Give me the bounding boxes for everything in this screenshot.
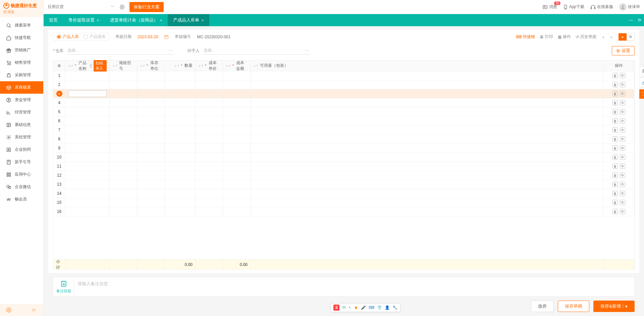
cell-amount[interactable] [223, 189, 251, 198]
cell-amount[interactable] [223, 117, 251, 125]
row-copy-button[interactable]: ⧉ [620, 82, 625, 87]
row-delete-button[interactable]: 🗑 [612, 173, 618, 178]
col-qty[interactable]: ▲▼ * 数量 [165, 60, 196, 71]
handler-select[interactable]: 选择... ⋯ [203, 47, 310, 55]
cell-qty[interactable] [165, 189, 196, 198]
sidebar-item-apps[interactable]: 应用中心 [0, 168, 43, 181]
cell-unit[interactable] [137, 71, 165, 80]
cell-price[interactable] [196, 80, 223, 89]
table-row[interactable]: 11🗑⧉ [53, 162, 634, 171]
store-selector[interactable]: 日用百货 ﹀ [48, 4, 115, 10]
cell-unit[interactable] [137, 135, 165, 143]
cell-qty[interactable] [165, 171, 196, 180]
cell-qty[interactable] [165, 98, 196, 107]
cell-price[interactable] [196, 144, 223, 152]
cell-unit[interactable] [137, 207, 165, 216]
row-copy-button[interactable]: ⧉ [620, 154, 625, 160]
cell-product-name[interactable] [65, 80, 110, 89]
app-download-button[interactable]: App下载 [563, 4, 584, 10]
row-delete-button[interactable]: 🗑 [612, 91, 618, 96]
row-copy-button[interactable]: ⧉ [620, 91, 625, 96]
product-name-input[interactable] [68, 90, 107, 97]
cell-price[interactable] [196, 126, 223, 134]
warehouse-select[interactable]: 选择... ⋯ [67, 47, 174, 55]
sidebar-item-gift[interactable]: 营销推广 [0, 44, 43, 56]
row-copy-button[interactable]: ⧉ [620, 100, 625, 105]
row-delete-button[interactable]: 🗑 [612, 164, 618, 169]
row-delete-button[interactable]: 🗑 [612, 118, 618, 124]
cell-price[interactable] [196, 107, 223, 116]
cell-spec[interactable] [110, 117, 137, 125]
cell-qty[interactable] [165, 126, 196, 134]
sidebar-item-guide[interactable]: 新手引导 [0, 156, 43, 168]
cell-unit[interactable] [137, 144, 165, 152]
cell-spec[interactable] [110, 153, 137, 162]
settings-icon[interactable] [6, 307, 11, 313]
sidebar-item-search[interactable]: 搜索菜单 [0, 19, 43, 32]
cell-product-name[interactable] [65, 162, 110, 171]
col-unit[interactable]: ▲▼ * 库存单位 [137, 60, 165, 71]
tabstrip-refresh-button[interactable]: ⟳ [635, 14, 644, 26]
row-copy-button[interactable]: ⧉ [620, 73, 625, 78]
cell-unit[interactable] [137, 80, 165, 89]
row-copy-button[interactable]: ⧉ [620, 182, 625, 187]
help-icon[interactable]: ? [90, 64, 92, 68]
cell-spec[interactable] [110, 89, 137, 98]
row-delete-button[interactable]: 🗑 [612, 73, 618, 78]
cell-unit[interactable] [137, 171, 165, 180]
col-product-name[interactable]: ▲▼ * 产品名称 ? 扫码录入 [65, 60, 110, 71]
cell-unit[interactable] [137, 89, 165, 98]
scan-entry-button[interactable]: 扫码录入 [94, 60, 107, 72]
cell-avail[interactable] [251, 171, 603, 180]
cell-spec[interactable] [110, 71, 137, 80]
cell-spec[interactable] [110, 171, 137, 180]
cell-unit[interactable] [137, 126, 165, 134]
cell-qty[interactable] [165, 135, 196, 143]
table-row[interactable]: 4🗑⧉ [53, 98, 634, 107]
row-copy-button[interactable]: ⧉ [620, 209, 625, 214]
cell-amount[interactable] [223, 171, 251, 180]
sidebar-item-vip[interactable]: 畅会员 [0, 193, 43, 206]
online-service-button[interactable]: 在线客服 [590, 4, 613, 10]
row-copy-button[interactable]: ⧉ [620, 173, 625, 178]
cell-spec[interactable] [110, 135, 137, 143]
sidebar-item-wechat[interactable]: 企业微信 [0, 181, 43, 193]
cell-avail[interactable] [251, 89, 603, 98]
cell-avail[interactable] [251, 71, 603, 80]
cell-amount[interactable] [223, 180, 251, 189]
radio-product-in[interactable]: 产品入库 [57, 34, 79, 40]
cell-amount[interactable] [223, 162, 251, 171]
cell-unit[interactable] [137, 180, 165, 189]
cell-unit[interactable] [137, 153, 165, 162]
tab-close-icon[interactable]: × [201, 18, 204, 23]
tab-close-icon[interactable]: × [97, 18, 99, 23]
operate-button[interactable]: ▦ 操作 [558, 34, 571, 40]
save-and-new-button[interactable]: 保存&新增 ▾ [593, 301, 635, 312]
cell-amount[interactable] [223, 80, 251, 89]
cell-price[interactable] [196, 98, 223, 107]
row-delete-button[interactable]: 🗑 [612, 209, 618, 214]
add-row-button[interactable]: + [56, 91, 62, 97]
cell-product-name[interactable] [65, 153, 110, 162]
cell-amount[interactable] [223, 198, 251, 207]
row-delete-button[interactable]: 🗑 [612, 145, 618, 151]
cell-price[interactable] [196, 135, 223, 143]
cell-product-name[interactable] [65, 207, 110, 216]
cell-unit[interactable] [137, 98, 165, 107]
sidebar-item-team[interactable]: 企业协同 [0, 143, 43, 156]
view-detail-button[interactable]: ⧉ [627, 33, 635, 41]
sidebar-item-home[interactable]: 快捷导航 [0, 32, 43, 44]
view-list-button[interactable]: ≡ [619, 33, 627, 41]
row-copy-button[interactable]: ⧉ [620, 127, 625, 133]
row-delete-button[interactable]: 🗑 [612, 100, 618, 105]
cell-avail[interactable] [251, 126, 603, 134]
cell-avail[interactable] [251, 107, 603, 116]
cell-avail[interactable] [251, 189, 603, 198]
cell-avail[interactable] [251, 198, 603, 207]
cell-spec[interactable] [110, 198, 137, 207]
cell-price[interactable] [196, 180, 223, 189]
row-delete-button[interactable]: 🗑 [612, 191, 618, 196]
column-config-button[interactable]: ⚙ [53, 60, 65, 71]
rail-note-button[interactable]: 🗐 [639, 66, 644, 76]
sidebar-item-box[interactable]: 库存核算 [0, 81, 43, 94]
